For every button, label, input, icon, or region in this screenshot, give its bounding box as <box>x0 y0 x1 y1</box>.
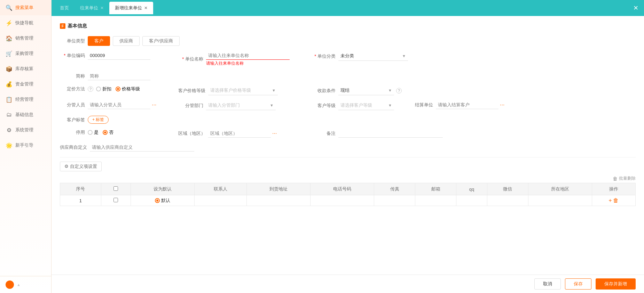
operations-icon: 📋 <box>6 96 13 103</box>
department-select[interactable]: 请输入分管部门 ▼ <box>206 101 276 110</box>
settlement-unit-label: 结算单位 <box>408 102 436 108</box>
unit-type-customer-button[interactable]: 客户 <box>88 36 110 46</box>
sidebar-item-inventory[interactable]: 📦 库存核算 <box>0 61 51 76</box>
basic-icon: 🗂 <box>6 111 13 118</box>
customer-price-level-select[interactable]: 请选择客户价格等级 ▼ <box>208 86 278 95</box>
unit-category-select[interactable]: 未分类 ▼ <box>338 51 408 61</box>
sidebar-item-quicknav[interactable]: ⚡ 快捷导航 <box>0 15 51 31</box>
payment-terms-select[interactable]: 现结 ▼ <box>338 86 394 95</box>
add-tag-button[interactable]: + 标签 <box>88 116 109 124</box>
row-email <box>415 195 456 206</box>
sales-icon: 🏠 <box>6 35 13 42</box>
inventory-icon: 📦 <box>6 65 13 72</box>
section-title: 基本信息 <box>68 23 87 29</box>
customer-level-label: 客户等级 <box>311 103 338 109</box>
sidebar-item-basic[interactable]: 🗂 基础信息 <box>0 107 51 122</box>
disabled-no-radio[interactable]: 否 <box>103 129 113 136</box>
region-more-button[interactable]: ··· <box>271 130 278 137</box>
unit-category-arrow: ▼ <box>402 54 406 58</box>
short-name-input[interactable] <box>88 72 150 80</box>
row-default-radio-group: 默认 <box>134 197 191 204</box>
disabled-yes-radio[interactable]: 是 <box>88 129 99 136</box>
pricing-method-radio-group: 折扣 价格等级 <box>96 86 140 92</box>
short-name-label: 简称 <box>60 73 88 79</box>
manager-group: 分管人员 ··· <box>60 101 178 109</box>
pricing-method-group: 定价方法 ? 折扣 价格等级 <box>60 86 178 92</box>
table-header-row: 序号 设为默认 联系人 到货地址 电话号码 传真 邮箱 qq 微信 所在地区 操… <box>60 183 636 195</box>
tab-new-partner[interactable]: 新增往来单位 ✕ <box>109 2 153 14</box>
pricing-discount-radio[interactable]: 折扣 <box>96 86 111 92</box>
unit-category-label: 单位分类 <box>311 53 338 59</box>
sidebar-item-purchase[interactable]: 🛒 采购管理 <box>0 46 51 61</box>
row-delete-button[interactable]: 🗑 <box>613 197 619 204</box>
select-all-checkbox[interactable] <box>113 186 118 191</box>
settlement-unit-group: 结算单位 ··· <box>408 101 636 109</box>
manager-more-button[interactable]: ··· <box>150 102 158 108</box>
row-default: 默认 <box>131 195 195 206</box>
customer-level-select[interactable]: 请选择客户等级 ▼ <box>338 101 394 110</box>
sidebar-item-label: 基础信息 <box>15 112 33 118</box>
sidebar-item-finance[interactable]: 💰 资金管理 <box>0 76 51 92</box>
col-address: 到货地址 <box>247 183 311 195</box>
row-contact <box>195 195 247 206</box>
newbie-icon: 🌟 <box>6 142 13 149</box>
row-qq <box>456 195 487 206</box>
custom-settings-button[interactable]: ⚙ 自定义项设置 <box>60 162 102 171</box>
settlement-unit-more-button[interactable]: ··· <box>498 102 506 108</box>
manager-input[interactable] <box>88 101 150 109</box>
save-and-new-button[interactable]: 保存并新增 <box>596 278 636 290</box>
sidebar-item-label: 经营管理 <box>15 96 33 103</box>
sidebar-item-newbie[interactable]: 🌟 新手引导 <box>0 138 51 153</box>
pricing-level-radio[interactable]: 价格等级 <box>116 86 140 92</box>
pricing-help-icon[interactable]: ? <box>88 86 93 92</box>
tab-new-partner-close[interactable]: ✕ <box>144 6 148 10</box>
settlement-unit-input[interactable] <box>436 101 498 109</box>
region-input[interactable] <box>208 129 271 138</box>
manager-label: 分管人员 <box>60 102 88 108</box>
save-button[interactable]: 保存 <box>565 278 591 290</box>
batch-delete-icon: 🗑 <box>613 176 618 181</box>
col-region: 所在地区 <box>528 183 592 195</box>
row-default-radio[interactable]: 默认 <box>155 197 170 204</box>
sidebar-item-search[interactable]: 🔍 搜索菜单 <box>0 0 51 15</box>
supplier-custom-row: 供应商自定义 <box>60 143 636 152</box>
unit-code-group: 单位编码 <box>60 51 178 60</box>
unit-name-input[interactable] <box>206 51 290 60</box>
payment-terms-help-icon[interactable]: ? <box>396 88 402 93</box>
pricing-discount-label: 折扣 <box>102 86 111 92</box>
sidebar-item-sales[interactable]: 🏠 销售管理 <box>0 31 51 46</box>
customer-price-level-group: 客户价格等级 请选择客户价格等级 ▼ <box>178 86 311 95</box>
row-add-button[interactable]: + <box>608 197 612 204</box>
col-wechat: 微信 <box>487 183 528 195</box>
disabled-yes-label: 是 <box>94 129 99 136</box>
tab-home[interactable]: 首页 <box>54 2 74 14</box>
tab-partners[interactable]: 往来单位 ✕ <box>74 2 109 14</box>
cancel-button[interactable]: 取消 <box>534 278 561 290</box>
unit-code-input[interactable] <box>88 51 150 60</box>
batch-delete-label[interactable]: 批量删除 <box>619 176 636 181</box>
region-group: 区域（地区） ··· <box>178 129 311 138</box>
unit-type-supplier-button[interactable]: 供应商 <box>113 36 140 46</box>
supplier-custom-input[interactable] <box>90 143 194 152</box>
row-default-circle <box>155 198 160 203</box>
purchase-icon: 🛒 <box>6 50 13 57</box>
table-row: 1 默认 <box>60 195 636 206</box>
sidebar-avatar <box>6 280 14 289</box>
tab-partners-close[interactable]: ✕ <box>100 6 104 10</box>
disabled-radio-group: 是 否 <box>88 129 113 136</box>
col-fax: 传真 <box>374 183 415 195</box>
row-phone <box>311 195 374 206</box>
sidebar-item-label: 新手引导 <box>15 142 33 148</box>
unit-type-both-button[interactable]: 客户/供应商 <box>142 36 180 46</box>
row-checkbox[interactable] <box>113 198 118 202</box>
customer-price-level-placeholder: 请选择客户价格等级 <box>210 87 251 93</box>
col-default: 设为默认 <box>131 183 195 195</box>
pricing-row: 定价方法 ? 折扣 价格等级 客户价格等级 请选择客户价格等级 <box>60 86 636 95</box>
quicknav-icon: ⚡ <box>6 19 13 26</box>
close-all-tabs-button[interactable]: ✕ <box>630 3 641 13</box>
row-default-label: 默认 <box>161 197 170 204</box>
unit-code-row: 单位编码 单位名称 请输入往来单位名称 单位分类 未分类 ▼ <box>60 51 636 66</box>
sidebar-item-operations[interactable]: 📋 经营管理 <box>0 92 51 107</box>
remarks-input[interactable] <box>338 129 443 138</box>
sidebar-item-system[interactable]: ⚙ 系统管理 <box>0 122 51 138</box>
